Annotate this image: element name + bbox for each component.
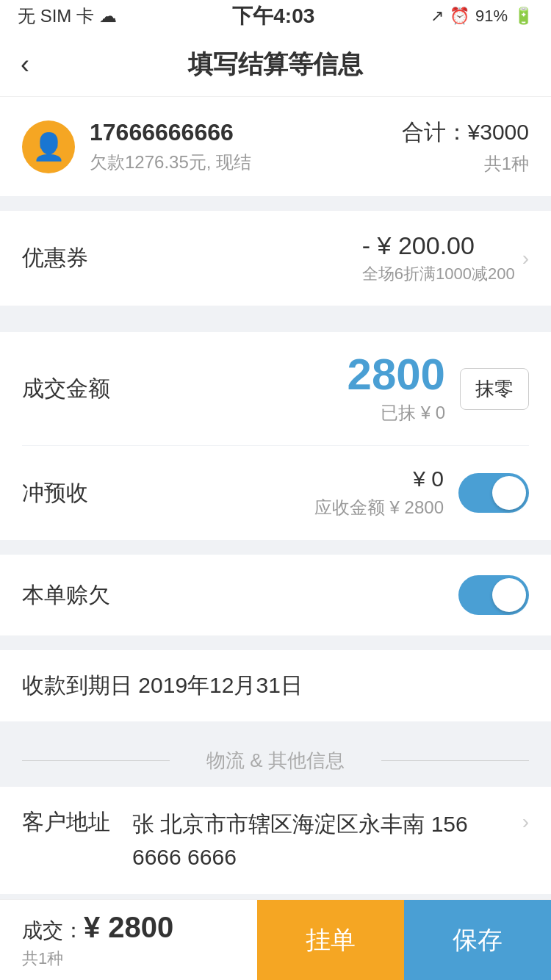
divider-3	[0, 541, 551, 555]
bottom-summary: 成交：¥ 2800 共1种	[0, 911, 257, 970]
customer-phone: 17666666666	[90, 119, 251, 146]
customer-debt: 欠款1276.35元, 现结	[90, 151, 251, 174]
customer-right: 合计：¥3000 共1种	[402, 118, 529, 176]
advance-row: 冲预收 ¥ 0 应收金额 ¥ 2800	[22, 445, 529, 540]
coupon-right: - ¥ 200.00 全场6折满1000减200 ›	[362, 231, 529, 285]
coupon-amount: - ¥ 200.00	[362, 231, 515, 260]
customer-left: 👤 17666666666 欠款1276.35元, 现结	[22, 119, 251, 174]
customer-info: 17666666666 欠款1276.35元, 现结	[90, 119, 251, 174]
transaction-row: 成交金额 2800 已抹 ¥ 0 抹零	[22, 332, 529, 445]
status-bar: 无 SIM 卡 ☁ 下午4:03 ↗ ⏰ 91% 🔋	[0, 0, 551, 32]
debt-toggle[interactable]	[458, 575, 529, 615]
transaction-section: 成交金额 2800 已抹 ¥ 0 抹零 冲预收 ¥ 0 应收金额 ¥ 2800	[0, 332, 551, 540]
transaction-amount: 2800	[347, 353, 445, 397]
address-section[interactable]: 客户地址 张 北京市市辖区海淀区永丰南 156 6666 6666 ›	[0, 787, 551, 894]
deal-amount: ¥ 2800	[84, 911, 173, 943]
customer-card: 👤 17666666666 欠款1276.35元, 现结 合计：¥3000 共1…	[0, 97, 551, 196]
status-time: 下午4:03	[232, 2, 314, 30]
back-button[interactable]: ‹	[21, 49, 29, 80]
hold-button[interactable]: 挂单	[257, 900, 404, 981]
divider-4	[0, 637, 551, 650]
round-off-button[interactable]: 抹零	[460, 368, 529, 410]
coupon-label: 优惠券	[22, 243, 88, 273]
logistics-line-left	[22, 760, 170, 761]
advance-label: 冲预收	[22, 478, 88, 508]
customer-total: 合计：¥3000	[402, 118, 529, 148]
status-right: ↗ ⏰ 91% 🔋	[431, 7, 533, 26]
transaction-amount-group: 2800 已抹 ¥ 0	[347, 353, 445, 425]
debt-section: 本单赊欠	[0, 555, 551, 635]
alarm-icon: ⏰	[450, 7, 469, 26]
sim-text: 无 SIM 卡 ☁	[18, 4, 117, 28]
nav-bar: ‹ 填写结算等信息	[0, 32, 551, 97]
logistics-line-right	[381, 760, 529, 761]
page-title: 填写结算等信息	[188, 48, 363, 82]
address-label: 客户地址	[22, 807, 110, 837]
coupon-info: - ¥ 200.00 全场6折满1000减200	[362, 231, 515, 285]
transaction-sub: 已抹 ¥ 0	[347, 401, 445, 425]
divider-2	[0, 319, 551, 332]
due-date-text: 收款到期日 2019年12月31日	[22, 671, 529, 701]
bottom-deal-label: 成交：¥ 2800	[22, 911, 235, 945]
coupon-chevron-icon: ›	[522, 247, 529, 270]
advance-amount: ¥ 0	[314, 466, 444, 491]
advance-right: ¥ 0 应收金额 ¥ 2800	[314, 466, 529, 519]
coupon-row[interactable]: 优惠券 - ¥ 200.00 全场6折满1000减200 ›	[0, 211, 551, 306]
address-chevron-icon: ›	[522, 807, 529, 834]
battery-icon: 🔋	[514, 7, 533, 26]
advance-toggle[interactable]	[458, 473, 529, 513]
status-left: 无 SIM 卡 ☁	[18, 4, 117, 28]
location-icon: ↗	[431, 7, 444, 26]
debt-label: 本单赊欠	[22, 580, 110, 610]
logistics-text: 物流 & 其他信息	[206, 748, 345, 774]
advance-sub: 应收金额 ¥ 2800	[314, 496, 444, 519]
debt-toggle-knob	[492, 578, 526, 612]
transaction-right: 2800 已抹 ¥ 0 抹零	[347, 353, 529, 425]
transaction-label: 成交金额	[22, 374, 110, 404]
bottom-deal-count: 共1种	[22, 948, 235, 970]
coupon-desc: 全场6折满1000减200	[362, 263, 515, 285]
customer-count: 共1种	[402, 152, 529, 176]
avatar-icon: 👤	[32, 131, 65, 162]
divider-1	[0, 198, 551, 211]
advance-toggle-knob	[492, 476, 526, 510]
deal-prefix: 成交：	[22, 919, 84, 942]
bottom-bar: 成交：¥ 2800 共1种 挂单 保存	[0, 899, 551, 980]
avatar: 👤	[22, 120, 75, 173]
save-button[interactable]: 保存	[404, 900, 551, 981]
address-content: 张 北京市市辖区海淀区永丰南 156 6666 6666	[132, 807, 522, 873]
battery-text: 91%	[475, 7, 508, 26]
due-date-section: 收款到期日 2019年12月31日	[0, 650, 551, 721]
logistics-divider: 物流 & 其他信息	[0, 735, 551, 787]
advance-amount-group: ¥ 0 应收金额 ¥ 2800	[314, 466, 444, 519]
